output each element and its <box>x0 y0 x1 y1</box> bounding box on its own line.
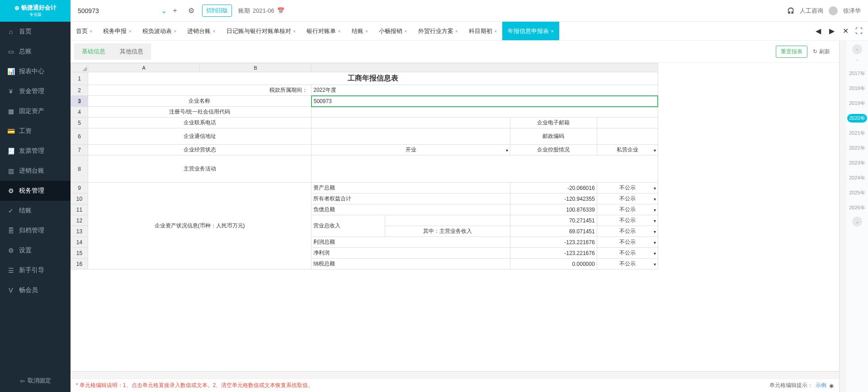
logo-icon: ⊕ <box>14 5 19 11</box>
avatar-icon[interactable] <box>829 6 838 15</box>
company-input[interactable] <box>76 5 157 16</box>
gear-icon[interactable]: ⚙ <box>187 6 196 15</box>
app-logo: ⊕ 畅捷通好会计 专业版 <box>0 0 71 22</box>
headset-icon[interactable]: 🎧 <box>787 7 794 14</box>
topbar: ⊕ 畅捷通好会计 专业版 ⌄ ＋ ⚙ 切到旧版 账期 2021-06 📅 🎧 人… <box>0 0 868 22</box>
user-area: 🎧 人工咨询 徐泽华 <box>787 6 868 15</box>
logo-title: 畅捷通好会计 <box>21 4 57 12</box>
add-icon[interactable]: ＋ <box>170 6 179 15</box>
user-name[interactable]: 徐泽华 <box>843 7 861 15</box>
chevron-down-icon[interactable]: ⌄ <box>161 6 167 15</box>
logo-subtitle: 专业版 <box>29 12 42 18</box>
support-link[interactable]: 人工咨询 <box>800 7 823 15</box>
calendar-icon[interactable]: 📅 <box>277 7 284 14</box>
period-label: 账期 <box>238 7 250 15</box>
legacy-button[interactable]: 切到旧版 <box>202 5 232 17</box>
period-value: 2021-06 <box>253 7 274 14</box>
period[interactable]: 账期 2021-06 📅 <box>238 7 284 15</box>
company-select[interactable]: ⌄ <box>76 5 167 16</box>
